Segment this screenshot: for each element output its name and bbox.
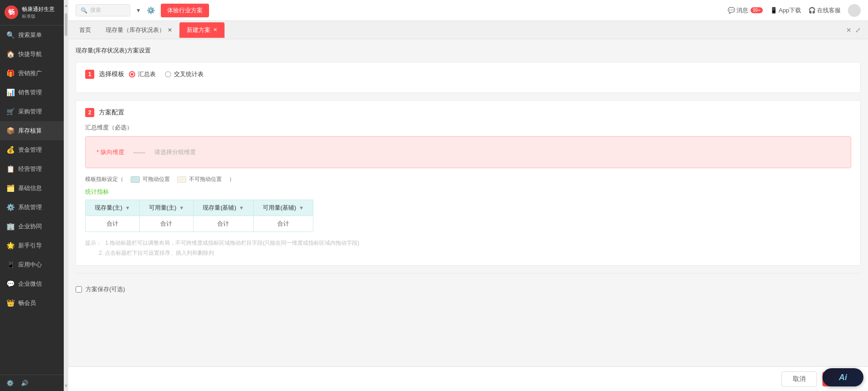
tab-home[interactable]: 首页 [72, 22, 98, 38]
non-draggable-label: 不可拖动位置 [189, 175, 222, 183]
sidebar-item-newbie[interactable]: 🌟 新手引导 [0, 236, 64, 255]
col-arrow-4: ▼ [299, 205, 304, 211]
sidebar-item-label: 经营管理 [18, 165, 42, 173]
divider [76, 273, 861, 273]
topbar-search[interactable]: 🔍 搜索 [76, 4, 130, 16]
tip-2: 2. 点击标题栏下拉可设置排序、插入列和删除列 [85, 248, 851, 258]
sidebar-item-label: 畅会员 [18, 299, 36, 307]
step2-title: 方案配置 [99, 108, 124, 117]
draggable-box [131, 176, 140, 183]
messages-section[interactable]: 💬 消息 99+ [728, 6, 763, 15]
ai-badge[interactable]: Ai [822, 368, 863, 386]
search-icon: 🔍 [6, 31, 15, 39]
save-row: 方案保存(可选) [76, 281, 861, 298]
topbar-dropdown[interactable]: ▼ [136, 7, 141, 14]
crown-icon: 👑 [6, 299, 15, 307]
cell-1: 合计 [86, 216, 140, 232]
indicator-label: 模板指标设定（ [85, 175, 123, 183]
speaker-icon[interactable]: 🔊 [21, 380, 28, 386]
tab-new-plan[interactable]: 新建方案 ✕ [179, 22, 225, 38]
sidebar-item-wechat[interactable]: 💬 企业微信 [0, 274, 64, 293]
tab-inventory-close[interactable]: ✕ [168, 27, 172, 33]
scroll-handle[interactable] [65, 13, 67, 36]
col-label-4: 可用量(基辅) [263, 204, 296, 212]
col-label-2: 可用量(主) [149, 204, 177, 212]
sidebar-item-label: 应用中心 [18, 261, 42, 269]
dimension-placeholder: 请选择分组维度 [154, 148, 196, 156]
sidebar-item-finance[interactable]: 💰 资金管理 [0, 140, 64, 159]
sidebar-item-label: 快捷导航 [18, 50, 42, 58]
draggable-label: 可拖动位置 [143, 175, 170, 183]
dimension-dash: —— [133, 149, 145, 156]
panel-close-btn[interactable]: ✕ [846, 26, 852, 34]
chart-icon: 📊 [6, 88, 15, 97]
customer-service-section[interactable]: 🎧 在线客服 [808, 6, 841, 15]
col-header-3[interactable]: 现存量(基辅) ▼ [194, 200, 254, 216]
cell-4: 合计 [253, 216, 313, 232]
tab-home-label: 首页 [79, 26, 91, 34]
sidebar-item-operations[interactable]: 📋 经营管理 [0, 159, 64, 179]
step2-header: 2 方案配置 [85, 108, 851, 117]
save-checkbox[interactable] [76, 286, 82, 293]
stats-title: 统计指标 [85, 188, 851, 196]
col-arrow-3: ▼ [239, 205, 244, 211]
search-icon: 🔍 [81, 7, 87, 14]
user-avatar[interactable] [848, 4, 861, 17]
panel-controls: ✕ ⤢ [846, 26, 864, 34]
cancel-button[interactable]: 取消 [781, 371, 817, 387]
sidebar-item-enterprise[interactable]: 🏢 企业协同 [0, 217, 64, 236]
dimension-area[interactable]: * 纵向维度 —— 请选择分组维度 [85, 136, 851, 168]
messages-badge: 99+ [751, 7, 763, 13]
col-header-1[interactable]: 现存量(主) ▼ [86, 200, 140, 216]
sidebar-menu: 🔍 搜索菜单 🏠 快捷导航 🎁 营销推广 📊 销售管理 🛒 采购管理 📦 库存核… [0, 26, 64, 375]
logo-icon: 畅 [5, 5, 18, 19]
tab-inventory-label: 现存量（库存状况表） [106, 26, 165, 34]
sidebar-item-label: 资金管理 [18, 146, 42, 154]
folder-icon: 🗂️ [6, 184, 15, 192]
sidebar-item-app-center[interactable]: 📱 应用中心 [0, 255, 64, 274]
app-name: 畅康通好生意 [22, 5, 55, 13]
sidebar-item-search[interactable]: 🔍 搜索菜单 [0, 26, 64, 45]
sidebar-item-marketing[interactable]: 🎁 营销推广 [0, 64, 64, 83]
col-header-2[interactable]: 可用量(主) ▼ [139, 200, 194, 216]
stats-table: 现存量(主) ▼ 可用量(主) ▼ [85, 200, 313, 232]
sidebar-item-label: 企业协同 [18, 222, 42, 231]
save-label: 方案保存(可选) [86, 285, 125, 293]
sidebar-item-system[interactable]: ⚙️ 系统管理 [0, 198, 64, 217]
tip-1-text: 1.拖动标题栏可以调整布局，不可跨维度或指标区域拖动栏目字段(只能在同一维度或指… [105, 238, 359, 248]
topbar-gear-icon[interactable]: ⚙️ [147, 6, 155, 15]
radio-cross[interactable]: 交叉统计表 [165, 70, 204, 78]
sidebar-item-member[interactable]: 👑 畅会员 [0, 293, 64, 313]
app-download-section[interactable]: 📱 App下载 [770, 6, 801, 15]
tab-new-plan-close[interactable]: ✕ [213, 27, 217, 33]
step2-section: 2 方案配置 汇总维度（必选） * 纵向维度 —— 请选择分组维度 模板指标设定… [76, 100, 861, 266]
sidebar-item-quick-nav[interactable]: 🏠 快捷导航 [0, 45, 64, 64]
sidebar-item-label: 销售管理 [18, 88, 42, 97]
indicator-section: 模板指标设定（ 可拖动位置 不可拖动位置 ） 统计指标 [85, 175, 851, 232]
radio-summary[interactable]: 汇总表 [129, 70, 156, 78]
customer-service-label: 在线客服 [817, 6, 841, 15]
step1-header: 1 选择模板 汇总表 交叉统计表 [85, 70, 851, 79]
step1-number: 1 [85, 70, 94, 79]
sidebar-scrollbar[interactable]: ▲ ▼ [64, 0, 68, 391]
panel-expand-btn[interactable]: ⤢ [855, 26, 861, 34]
sidebar-item-label: 库存核算 [18, 127, 42, 135]
radio-cross-label: 交叉统计表 [174, 70, 204, 78]
sidebar-item-label: 搜索菜单 [18, 31, 42, 39]
download-icon: 📱 [770, 7, 777, 14]
settings-icon[interactable]: ⚙️ [6, 380, 14, 386]
sidebar-item-inventory[interactable]: 📦 库存核算 [0, 121, 64, 140]
experience-btn[interactable]: 体验行业方案 [161, 4, 209, 17]
sidebar-item-basic-info[interactable]: 🗂️ 基础信息 [0, 179, 64, 198]
non-draggable-legend: 不可拖动位置 [177, 175, 222, 183]
topbar: 🔍 搜索 ▼ ⚙️ 体验行业方案 💬 消息 99+ 📱 App下载 🎧 在线客服 [68, 0, 868, 21]
asterisk: * [97, 149, 99, 155]
sidebar-item-purchase[interactable]: 🛒 采购管理 [0, 102, 64, 121]
star-icon: 🌟 [6, 242, 15, 250]
col-header-4[interactable]: 可用量(基辅) ▼ [253, 200, 313, 216]
tabbar: 首页 现存量（库存状况表） ✕ 新建方案 ✕ ✕ ⤢ [68, 21, 868, 39]
tab-inventory[interactable]: 现存量（库存状况表） ✕ [98, 22, 179, 38]
sidebar-item-sales[interactable]: 📊 销售管理 [0, 83, 64, 102]
tips-section: 提示： 1.拖动标题栏可以调整布局，不可跨维度或指标区域拖动栏目字段(只能在同一… [85, 238, 851, 258]
col-label-1: 现存量(主) [95, 204, 123, 212]
